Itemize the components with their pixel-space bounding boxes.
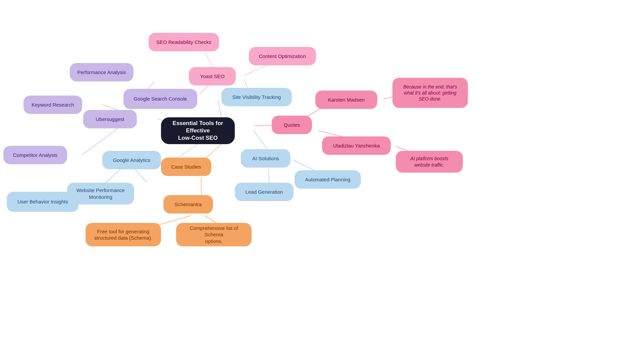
content-optimization-node: Content Optimization	[249, 47, 316, 65]
case-studies-node: Case Studies	[161, 158, 211, 176]
lead-generation-node: Lead Generation	[235, 183, 293, 201]
svg-line-13	[268, 169, 269, 184]
performance-analysis-node: Performance Analysis	[70, 63, 133, 81]
comprehensive-node: Comprehensive list of Schemaoptions.	[176, 223, 252, 246]
quotes-node: Quotes	[272, 116, 312, 134]
center-node: Essential Tools for EffectiveLow-Cost SE…	[161, 117, 235, 144]
svg-line-14	[293, 160, 315, 171]
google-analytics-node: Google Analytics	[102, 151, 161, 169]
seo-readability-node: SEO Readability Checks	[149, 33, 219, 51]
schemantra-node: Schemantra	[163, 195, 213, 214]
competitor-analysis-node: Competitor Analysis	[3, 146, 67, 164]
svg-line-12	[254, 131, 268, 151]
ubersuggest-node: Ubersuggest	[83, 110, 137, 128]
google-search-console-node: Google Search Console	[123, 89, 197, 109]
svg-line-15	[205, 144, 221, 159]
karsten-madsen-node: Karsten Madsen	[315, 90, 377, 109]
site-visibility-node: Site Visibility Tracking	[221, 88, 292, 106]
keyword-research-node: Keyword Research	[23, 96, 82, 114]
ai-solutions-node: AI Solutions	[241, 149, 290, 168]
uladizlau-node: Uladizlau Yanchenka	[322, 136, 391, 155]
automated-planning-node: Automated Planning	[294, 170, 361, 189]
svg-line-4	[218, 100, 221, 117]
yoast-seo-node: Yoast SEO	[189, 67, 236, 85]
free-tool-node: Free tool for generatingstructured data …	[86, 223, 161, 246]
website-performance-node: Website PerformanceMonitoring	[67, 183, 134, 204]
quote1-node: Because in the end, that's what it's all…	[392, 78, 468, 108]
quote2-node: AI platform boosts website traffic.	[396, 151, 463, 173]
